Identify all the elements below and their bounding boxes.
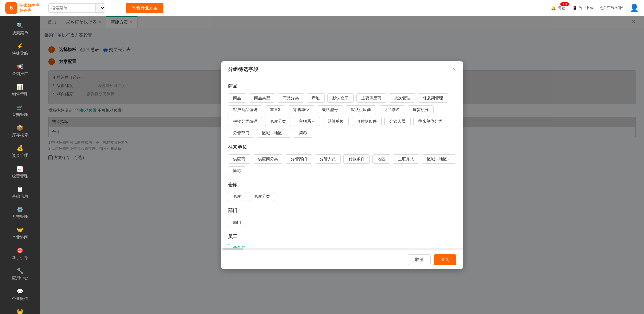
purchase-icon: 🛒 — [17, 104, 23, 111]
field-tag-payment-cond[interactable]: 付款条件 — [343, 154, 370, 164]
field-tag-main-supplier[interactable]: 主要供应商 — [356, 93, 386, 103]
sidebar-item-sales[interactable]: 📊 销售管理 — [0, 80, 40, 101]
field-tag-goods[interactable]: 商品 — [228, 93, 246, 103]
modal-hscrollbar[interactable] — [221, 248, 463, 250]
sidebar-item-basic[interactable]: 📋 基础信息 — [0, 182, 40, 203]
field-tag-tax-code[interactable]: 税收分类编码 — [228, 117, 262, 126]
field-tag-weight[interactable]: 重量3 — [265, 105, 285, 114]
sidebar-item-quick-nav[interactable]: ⚡ 快捷导航 — [0, 39, 40, 60]
field-tag-region2[interactable]: 区域（地区） — [422, 154, 456, 164]
sidebar-item-apps[interactable]: 🔧 应用中心 — [0, 264, 40, 285]
field-tag-partner-cat[interactable]: 往来单位分类 — [413, 117, 447, 126]
modal-cancel-btn[interactable]: 取消 — [408, 254, 431, 265]
section-partner-title: 往来单位 — [228, 144, 456, 150]
field-tag-area[interactable]: 地区 — [372, 154, 390, 164]
online-service-icon: 💬 — [600, 6, 605, 10]
field-tag-spec[interactable]: 规格型号 — [317, 105, 343, 114]
field-tag-salesperson[interactable]: 业务员 — [228, 244, 250, 248]
field-tag-shortname2[interactable]: 简称 — [228, 166, 246, 175]
field-tag-partner-supervisor[interactable]: 分管人员 — [315, 154, 341, 164]
field-tag-partner-dept[interactable]: 分管部门 — [286, 154, 312, 164]
sidebar-item-wechat[interactable]: 💬 企业微信 — [0, 285, 40, 305]
field-tag-payment-terms[interactable]: 收付款条件 — [352, 117, 382, 126]
sidebar-item-search[interactable]: 🔍 搜索菜单 — [0, 19, 40, 39]
field-tag-points[interactable]: 炼货积分 — [408, 105, 434, 114]
field-tag-shelf-life[interactable]: 保质期管理 — [418, 93, 448, 103]
online-service-label: 在线客服 — [607, 5, 623, 11]
sidebar-item-label: 快捷导航 — [12, 51, 28, 56]
sidebar-item-collab[interactable]: 🤝 企业协同 — [0, 223, 40, 244]
content-area: 首页 采购订单执行表 × 新建方案 × ✕ ≡ 采购订单执行表方案设置 1 — [40, 16, 644, 314]
sidebar-item-operation[interactable]: 📈 经营管理 — [0, 162, 40, 182]
top-header: 6 畅赚好生意 标备库 体验行业方案 🔔 消息 99+ 📱 App下载 💬 在线… — [0, 0, 644, 16]
section-warehouse-title: 仓库 — [228, 182, 456, 188]
sidebar-item-inventory[interactable]: 📦 库存核算 — [0, 121, 40, 141]
field-tag-goods-category[interactable]: 商品分类 — [278, 93, 304, 103]
field-tag-warehouse[interactable]: 仓库 — [228, 192, 246, 201]
sidebar-item-finance[interactable]: 💰 资金管理 — [0, 141, 40, 162]
app-download-label: App下载 — [579, 5, 594, 11]
field-tag-default-warehouse[interactable]: 默认仓库 — [327, 93, 354, 103]
field-tag-region[interactable]: 区域（地区） — [257, 129, 291, 138]
collab-icon: 🤝 — [17, 227, 23, 233]
field-tag-main-contact[interactable]: 主联系人 — [294, 117, 320, 126]
sidebar-item-system[interactable]: ⚙️ 系统管理 — [0, 203, 40, 223]
field-tag-warehouse-category[interactable]: 仓库分类 — [249, 192, 275, 201]
section-goods-title: 商品 — [228, 83, 456, 89]
partner-field-tags: 供应商 供应商分类 分管部门 分管人员 付款条件 地区 主联系人 区域（地区） … — [228, 154, 456, 175]
header-search-input[interactable] — [48, 3, 95, 13]
experience-btn[interactable]: 体验行业方案 — [126, 3, 163, 13]
sidebar-item-label: 经营管理 — [12, 173, 28, 179]
sidebar-item-label: 基础信息 — [12, 194, 28, 199]
modal-title: 分组待选字段 — [228, 66, 258, 73]
field-tag-batch[interactable]: 批次管理 — [389, 93, 415, 103]
apps-icon: 🔧 — [17, 267, 23, 274]
sidebar-item-marketing[interactable]: 📢 营销推广 — [0, 60, 40, 80]
notification-item[interactable]: 🔔 消息 99+ — [551, 5, 566, 11]
field-tag-dept[interactable]: 分管部门 — [228, 129, 254, 138]
modal-close-btn[interactable]: × — [452, 66, 456, 73]
sidebar-item-label: 库存核算 — [12, 132, 28, 138]
notification-badge: 99+ — [560, 2, 569, 6]
field-tag-alias[interactable]: 商品别名 — [379, 105, 405, 114]
notification-icon: 🔔 — [551, 6, 556, 10]
sidebar-item-label: 企业协同 — [12, 235, 28, 240]
online-service-item[interactable]: 💬 在线客服 — [600, 5, 623, 11]
section-employee: 员工 业务员 — [228, 234, 456, 248]
field-tag-department[interactable]: 部门 — [228, 218, 246, 227]
marketing-icon: 📢 — [17, 63, 23, 70]
user-avatar[interactable]: 👤 — [630, 4, 639, 12]
member-icon: 👑 — [17, 308, 23, 314]
modal-body[interactable]: 商品 商品 商品类型 商品分类 产地 默认仓库 主要供应商 批次管理 保质期管理… — [221, 78, 463, 248]
wechat-icon: 💬 — [17, 288, 23, 295]
field-tag-main-contact2[interactable]: 主联系人 — [393, 154, 419, 164]
field-tag-supplier[interactable]: 供应商 — [228, 154, 250, 164]
field-tag-retail-unit[interactable]: 零售单位 — [288, 105, 314, 114]
search-icon: 🔍 — [17, 22, 23, 29]
sidebar-item-label: 营销推广 — [12, 71, 28, 77]
header-search-select[interactable] — [95, 3, 105, 13]
app-download-item[interactable]: 📱 App下载 — [572, 5, 594, 11]
operation-icon: 📈 — [17, 165, 23, 172]
field-tag-customer-sku[interactable]: 客户商品编码 — [228, 105, 262, 114]
field-tag-goods-type[interactable]: 商品类型 — [249, 93, 275, 103]
sidebar: 🔍 搜索菜单 ⚡ 快捷导航 📢 营销推广 📊 销售管理 🛒 采购管理 📦 库存核… — [0, 16, 40, 314]
sidebar-item-guide[interactable]: 🎯 新手引导 — [0, 244, 40, 264]
sidebar-item-label: 系统管理 — [12, 214, 28, 220]
guide-icon: 🎯 — [17, 247, 23, 254]
sidebar-item-label: 搜索菜单 — [12, 30, 28, 36]
sidebar-item-purchase[interactable]: 🛒 采购管理 — [0, 101, 40, 121]
field-tag-default-supplier[interactable]: 默认供应商 — [346, 105, 376, 114]
field-tag-supervisor[interactable]: 分管人员 — [384, 117, 411, 126]
field-tag-warehouse-cat[interactable]: 仓库分类 — [265, 117, 291, 126]
field-tag-origin[interactable]: 产地 — [307, 93, 325, 103]
field-tag-settlement[interactable]: 结算单位 — [323, 117, 349, 126]
employee-field-tags: 业务员 — [228, 244, 456, 248]
header-right: 🔔 消息 99+ 📱 App下载 💬 在线客服 👤 — [551, 4, 639, 12]
field-tag-shortname[interactable]: 简称 — [294, 129, 312, 138]
modal-confirm-btn[interactable]: 查询 — [434, 254, 456, 265]
dept-field-tags: 部门 — [228, 218, 456, 227]
field-tag-supplier-cat[interactable]: 供应商分类 — [253, 154, 283, 164]
sidebar-item-member[interactable]: 👑 畅会员 — [0, 305, 40, 314]
section-warehouse: 仓库 仓库 仓库分类 — [228, 182, 456, 201]
